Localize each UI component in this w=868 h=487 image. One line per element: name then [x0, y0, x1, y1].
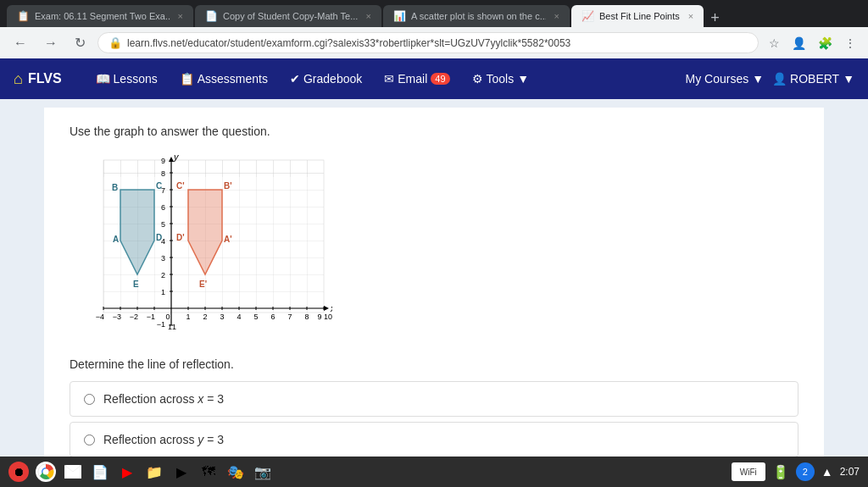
x-tick-2: 2 — [203, 313, 207, 321]
robert-chevron: ▼ — [843, 72, 854, 86]
lessons-icon: 📖 — [96, 72, 110, 86]
tab-icon-exam: 📋 — [17, 10, 30, 22]
x-tick-1: 1 — [186, 313, 190, 321]
page-content: Use the graph to answer the question. — [44, 108, 824, 487]
taskbar-docs-icon[interactable]: 📄 — [90, 462, 110, 482]
y-tick-1: 1 — [161, 288, 165, 296]
option-2[interactable]: Reflection across y = 3 — [70, 422, 798, 457]
taskbar-youtube-icon[interactable]: ▶ — [117, 462, 137, 482]
refresh-button[interactable]: ↻ — [70, 33, 91, 53]
battery-icon: 🔋 — [772, 464, 789, 480]
nav-tools[interactable]: ⚙ Tools ▼ — [464, 69, 538, 89]
gradebook-label: Gradebook — [303, 72, 362, 86]
profile-button[interactable]: 👤 — [788, 35, 810, 52]
label-B: B — [112, 183, 118, 192]
label-Ap: A' — [224, 235, 232, 244]
question-instruction: Use the graph to answer the question. — [70, 125, 798, 138]
x-tick--4: −4 — [96, 313, 104, 321]
nav-mycourses[interactable]: My Courses ▼ — [686, 72, 765, 86]
assessments-icon: 📋 — [180, 72, 194, 86]
tab-bestfit[interactable]: 📈 Best Fit Line Points × — [571, 5, 704, 27]
browser-actions: ☆ 👤 🧩 ⋮ — [765, 35, 860, 52]
tools-chevron: ▼ — [517, 72, 529, 86]
taskbar-clock: 2:07 — [840, 466, 860, 478]
y-tick-3: 3 — [161, 254, 165, 263]
new-tab-button[interactable]: + — [705, 9, 725, 27]
y-tick-6: 6 — [161, 203, 165, 212]
tab-bar: 📋 Exam: 06.11 Segment Two Exa... × 📄 Cop… — [0, 0, 868, 27]
label-D: D — [156, 233, 162, 242]
logo-text: FLVS — [28, 71, 62, 86]
x-tick--1: −1 — [147, 313, 155, 321]
robert-label: ROBERT — [790, 72, 839, 86]
tab-close-exam[interactable]: × — [178, 11, 183, 21]
tab-copy[interactable]: 📄 Copy of Student Copy-Math Te... × — [195, 5, 381, 27]
x-tick-7: 7 — [287, 313, 292, 321]
determine-text: Determine the line of reflection. — [70, 357, 798, 371]
x-tick-3: 3 — [220, 313, 224, 321]
tab-icon-scatter: 📊 — [393, 10, 406, 22]
back-button[interactable]: ← — [8, 34, 32, 53]
label-C: C — [156, 181, 162, 191]
graph-container: x y −4 −3 −2 −1 0 1 2 3 4 5 6 7 8 — [70, 152, 332, 338]
tools-icon: ⚙ — [472, 72, 483, 86]
taskbar-photo-icon[interactable]: 🎭 — [225, 462, 246, 482]
option-1[interactable]: Reflection across x = 3 — [70, 381, 798, 417]
more-button[interactable]: ⋮ — [841, 35, 860, 52]
radio-opt2[interactable] — [84, 434, 95, 445]
nav-assessments[interactable]: 📋 Assessments — [171, 69, 276, 89]
tab-close-scatter[interactable]: × — [554, 11, 559, 21]
extensions-button[interactable]: 🧩 — [815, 35, 836, 52]
tab-scatter[interactable]: 📊 A scatter plot is shown on the c... × — [383, 5, 570, 27]
network-status[interactable]: WiFi — [732, 462, 765, 481]
tab-label-exam: Exam: 06.11 Segment Two Exa... — [35, 11, 170, 21]
nav-robert[interactable]: 👤 ROBERT ▼ — [772, 72, 854, 86]
taskbar-gmail-icon[interactable] — [63, 462, 83, 482]
option-2-label: Reflection across y = 3 — [103, 433, 224, 446]
secure-icon: 🔒 — [108, 36, 122, 49]
nav-logo: ⌂ FLVS — [14, 70, 62, 88]
taskbar-icon-red[interactable]: ⏺ — [8, 462, 29, 482]
taskbar-camera-icon[interactable]: 📷 — [253, 462, 273, 482]
nav-email[interactable]: ✉ Email 49 — [376, 69, 458, 89]
url-box[interactable]: 🔒 learn.flvs.net/educator/student/examfo… — [97, 32, 759, 53]
x-tick-4: 4 — [236, 313, 241, 321]
x-tick--2: −2 — [130, 313, 138, 321]
nav-lessons[interactable]: 📖 Lessons — [87, 69, 166, 89]
lessons-label: Lessons — [114, 72, 158, 86]
y-tick-8: 8 — [161, 169, 165, 178]
tab-close-bestfit[interactable]: × — [688, 11, 693, 21]
x-tick-11: 11 — [168, 323, 176, 331]
y-tick-9: 9 — [161, 157, 165, 165]
label-Dp: D' — [176, 233, 185, 242]
assessments-label: Assessments — [198, 72, 268, 86]
bookmark-button[interactable]: ☆ — [765, 35, 783, 52]
y-tick--1: −1 — [157, 320, 165, 329]
tab-label-scatter: A scatter plot is shown on the c... — [411, 11, 546, 21]
tools-label: Tools — [487, 72, 515, 86]
label-Cp: C' — [176, 181, 185, 191]
taskbar-playstore-icon[interactable]: ▶ — [171, 462, 192, 482]
y-tick-5: 5 — [161, 220, 165, 229]
robert-icon: 👤 — [772, 72, 787, 86]
tab-close-copy[interactable]: × — [366, 11, 371, 21]
taskbar-files-icon[interactable]: 📁 — [144, 462, 164, 482]
x-tick-8: 8 — [304, 313, 309, 321]
x-tick-0: 0 — [165, 313, 170, 321]
taskbar-chrome-icon[interactable] — [36, 462, 56, 482]
gradebook-icon: ✔ — [290, 72, 300, 86]
label-E: E — [133, 279, 139, 289]
svg-rect-1 — [103, 160, 324, 177]
nav-gradebook[interactable]: ✔ Gradebook — [281, 69, 370, 89]
label-Ep: E' — [199, 279, 207, 289]
url-text: learn.flvs.net/educator/student/examform… — [127, 37, 570, 49]
forward-button[interactable]: → — [39, 34, 63, 53]
taskbar-maps-icon[interactable]: 🗺 — [198, 462, 219, 482]
tab-exam[interactable]: 📋 Exam: 06.11 Segment Two Exa... × — [7, 5, 193, 27]
email-label: Email — [398, 72, 427, 86]
tab-icon-copy: 📄 — [205, 10, 218, 22]
wifi-indicator: ▲ — [821, 465, 833, 479]
radio-opt1[interactable] — [84, 394, 95, 405]
tab-label-copy: Copy of Student Copy-Math Te... — [223, 11, 358, 21]
mycourses-chevron: ▼ — [752, 72, 764, 86]
